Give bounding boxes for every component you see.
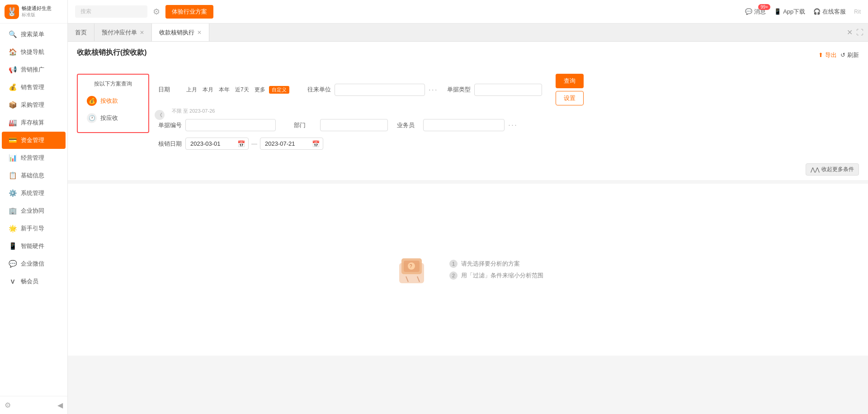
query-panel-wrapper: 按以下方案查询 💰 按收款 🕐 按应收 《 xyxy=(77,74,158,156)
tab-expand-icon[interactable]: ⛶ xyxy=(856,29,863,37)
industry-solution-button[interactable]: 体验行业方案 xyxy=(165,5,213,19)
tab-home[interactable]: 首页 xyxy=(68,24,94,41)
search-button[interactable]: 查询 xyxy=(556,74,584,88)
date-more[interactable]: 更多 xyxy=(253,85,267,95)
date-last-7days[interactable]: 近7天 xyxy=(233,85,251,95)
top-actions: ⬆ 导出 ↺ 刷新 xyxy=(818,51,859,59)
filter-row-3: 核销日期 📅 — 📅 xyxy=(158,138,859,150)
query-panel-collapse-arrow[interactable]: 《 xyxy=(155,110,165,120)
app-download-icon: 📱 xyxy=(774,8,781,15)
sidebar-item-smart-hw[interactable]: 📱 智能硬件 xyxy=(2,238,66,255)
sidebar-item-marketing[interactable]: 📢 营销推广 xyxy=(2,61,66,78)
sidebar: 🐰 畅捷通好生意 标准版 🔍 搜索菜单 🏠 快捷导航 📢 营销推广 💰 销售管理… xyxy=(0,0,68,414)
settings-button[interactable]: 设置 xyxy=(556,91,584,105)
query-option-by-receivable[interactable]: 🕐 按应收 xyxy=(82,109,144,127)
app-download-link[interactable]: 📱 App下载 xyxy=(774,8,805,16)
tab-prepay[interactable]: 预付冲应付单 ✕ xyxy=(94,24,152,41)
doc-type-filter-group: 单据类型 xyxy=(447,84,542,96)
topbar-search-box: 搜索 xyxy=(75,5,147,18)
tab-prepay-close[interactable]: ✕ xyxy=(140,29,144,36)
sidebar-item-system[interactable]: ⚙️ 系统管理 xyxy=(2,185,66,202)
tab-close-all-icon[interactable]: ✕ xyxy=(847,28,853,37)
tab-actions: ✕ ⛶ xyxy=(842,24,868,41)
main-area: 搜索 ⚙ 体验行业方案 💬 消息 99+ 📱 App下载 🎧 在线客服 Rit … xyxy=(68,0,868,414)
by-receipt-icon: 💰 xyxy=(87,96,97,106)
verify-date-filter-group: 核销日期 📅 — 📅 xyxy=(158,138,323,150)
sidebar-item-search-menu[interactable]: 🔍 搜索菜单 xyxy=(2,26,66,43)
sidebar-item-weixin[interactable]: 💬 企业微信 xyxy=(2,255,66,272)
partner-more-icon[interactable]: ··· xyxy=(429,85,438,95)
doc-no-label: 单据编号 xyxy=(158,121,182,129)
verify-date-label: 核销日期 xyxy=(158,140,182,148)
search-menu-icon: 🔍 xyxy=(8,30,17,38)
empty-illustration: ? xyxy=(392,249,433,290)
sidebar-logo: 🐰 畅捷通好生意 标准版 xyxy=(0,0,67,24)
doc-no-input[interactable] xyxy=(185,119,276,131)
staff-more-icon[interactable]: ··· xyxy=(508,120,518,130)
empty-hints: 1 请先选择要分析的方案 2 用「过滤」条件来缩小分析范围 xyxy=(449,260,543,280)
sidebar-item-quick-nav[interactable]: 🏠 快捷导航 xyxy=(2,43,66,61)
message-badge[interactable]: 💬 消息 99+ xyxy=(745,8,766,16)
logo-name: 畅捷通好生意 xyxy=(22,5,52,12)
message-icon: 💬 xyxy=(745,8,752,15)
export-icon: ⬆ xyxy=(818,52,823,58)
sidebar-item-enterprise[interactable]: 🏢 企业协同 xyxy=(2,202,66,219)
collapse-more-button[interactable]: ⋀⋀ 收起更多条件 xyxy=(806,163,859,176)
sidebar-item-finance[interactable]: 💳 资金管理 xyxy=(2,132,66,149)
by-receivable-icon: 🕐 xyxy=(87,113,97,123)
sidebar-item-guide[interactable]: 🌟 新手引导 xyxy=(2,220,66,237)
marketing-icon: 📢 xyxy=(8,66,17,74)
collapse-up-icon: ⋀⋀ xyxy=(811,167,820,173)
sidebar-item-operation[interactable]: 📊 经营管理 xyxy=(2,149,66,167)
tab-receivable[interactable]: 收款核销执行 ✕ xyxy=(152,24,209,41)
date-separator: — xyxy=(251,140,257,147)
logo-icon: 🐰 xyxy=(5,5,19,19)
sidebar-item-sales[interactable]: 💰 销售管理 xyxy=(2,79,66,96)
empty-content: ? 1 请先选择要分析的方案 2 用「过滤」条件来缩小分析 xyxy=(392,249,543,290)
dept-select[interactable] xyxy=(320,119,388,131)
partner-input[interactable] xyxy=(335,84,425,96)
filter-area: 按以下方案查询 💰 按收款 🕐 按应收 《 xyxy=(68,67,868,163)
date-this-month[interactable]: 本月 xyxy=(201,85,215,95)
sidebar-item-inventory[interactable]: 🏭 库存核算 xyxy=(2,114,66,131)
export-button[interactable]: ⬆ 导出 xyxy=(818,51,837,59)
filter-fields: 日期 上月 本月 本年 近7天 更多 自定义 往来单位 xyxy=(158,74,859,156)
staff-input[interactable] xyxy=(423,119,505,131)
verify-date-end-wrap: 📅 xyxy=(260,138,323,150)
tab-receivable-close[interactable]: ✕ xyxy=(197,29,202,36)
date-last-month[interactable]: 上月 xyxy=(184,85,199,95)
filter-actions: 查询 设置 xyxy=(556,74,584,105)
weixin-icon: 💬 xyxy=(8,260,17,268)
query-panel-title: 按以下方案查询 xyxy=(82,80,144,88)
dept-filter-group: 部门 xyxy=(294,119,388,131)
hint-2-number: 2 xyxy=(449,271,458,280)
date-custom-badge[interactable]: 自定义 xyxy=(269,86,289,94)
date-sub-hint: 不限 至 2023-07-26 xyxy=(172,107,859,114)
headset-icon: 🎧 xyxy=(813,8,821,15)
doc-type-select[interactable] xyxy=(474,84,542,96)
sidebar-collapse-icon[interactable]: ◀ xyxy=(57,401,63,409)
date-label: 日期 xyxy=(158,86,181,94)
user-name[interactable]: Rit xyxy=(854,9,861,15)
empty-svg-icon: ? xyxy=(392,249,433,290)
sidebar-item-purchase[interactable]: 📦 采购管理 xyxy=(2,96,66,114)
verify-date-start-cal-icon[interactable]: 📅 xyxy=(237,140,245,148)
doc-no-filter-group: 单据编号 xyxy=(158,119,276,131)
date-filter-group: 日期 上月 本月 本年 近7天 更多 自定义 xyxy=(158,85,289,95)
online-service-link[interactable]: 🎧 在线客服 xyxy=(813,8,846,16)
smart-hw-icon: 📱 xyxy=(8,242,17,250)
query-option-by-receipt[interactable]: 💰 按收款 xyxy=(82,92,144,109)
topbar-gear-icon[interactable]: ⚙ xyxy=(153,7,160,17)
dept-label: 部门 xyxy=(294,121,316,129)
sidebar-bottom: ⚙ ◀ xyxy=(0,396,67,414)
sidebar-settings-icon[interactable]: ⚙ xyxy=(5,401,11,409)
sidebar-item-member[interactable]: V 畅会员 xyxy=(2,273,66,290)
finance-icon: 💳 xyxy=(8,136,17,144)
system-icon: ⚙️ xyxy=(8,189,17,197)
date-this-year[interactable]: 本年 xyxy=(217,85,231,95)
purchase-icon: 📦 xyxy=(8,101,17,109)
sidebar-item-basic-info[interactable]: 📋 基础信息 xyxy=(2,167,66,184)
empty-inner: ? 1 请先选择要分析的方案 2 用「过滤」条件来缩小分析 xyxy=(392,249,543,290)
verify-date-end-cal-icon[interactable]: 📅 xyxy=(312,140,320,148)
refresh-button[interactable]: ↺ 刷新 xyxy=(840,51,859,59)
